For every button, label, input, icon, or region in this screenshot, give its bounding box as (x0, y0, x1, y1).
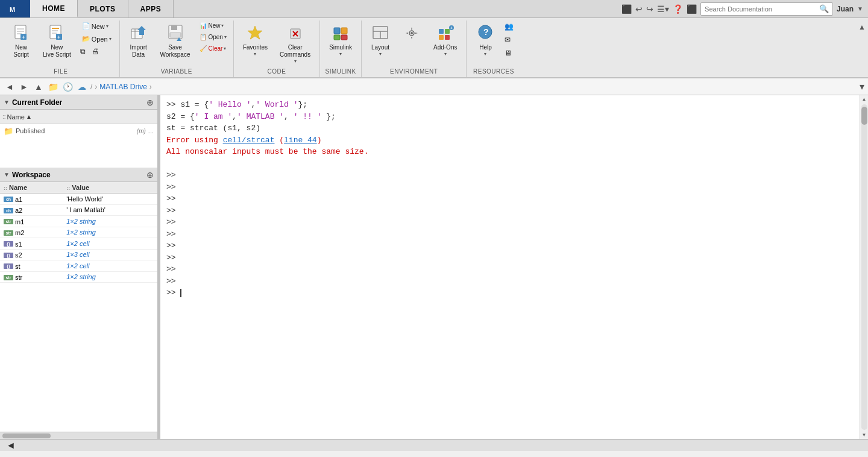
new-dropdown-button[interactable]: 📄 New ▾ (78, 20, 116, 32)
browse-button[interactable]: 📁 (47, 81, 59, 93)
simulink-button[interactable]: Simulink ▾ (324, 20, 357, 60)
workspace-row[interactable]: cha1'Hello World' (0, 194, 157, 205)
save-workspace-label: SaveWorkspace (160, 44, 190, 58)
new-script-icon: + (11, 24, 31, 43)
ws-cell-value: 1×2 string (63, 227, 157, 238)
cmd-prompt-line[interactable]: >> (166, 228, 854, 241)
workspace-row[interactable]: strm21×2 string (0, 227, 157, 238)
left-panel-hscroll[interactable] (0, 432, 157, 439)
ribbon-group-environment: Layout ▾ (362, 20, 467, 77)
import-data-button[interactable]: ImportData (124, 20, 154, 61)
tab-home[interactable]: HOME (30, 0, 78, 17)
cmd-error-line: Error using cell/strcat (line 44) (166, 134, 854, 147)
scroll-track[interactable] (861, 104, 867, 430)
scroll-up-btn[interactable]: ▲ (861, 95, 868, 103)
cmd-content[interactable]: >> s1 = {' Hello ',' World '};s2 = {' I … (160, 95, 860, 439)
error-line-link[interactable]: line 44 (284, 136, 317, 145)
svg-marker-22 (248, 26, 262, 39)
address-bar-dropdown[interactable]: ▾ (860, 81, 864, 92)
new-script-button[interactable]: + NewScript (6, 20, 36, 61)
workspace-row[interactable]: strm11×2 string (0, 216, 157, 227)
cmd-prompt-line[interactable]: >> (166, 193, 854, 205)
back-button[interactable]: ◄ (4, 81, 16, 93)
workspace-settings-icon[interactable]: ⊕ (146, 170, 154, 180)
forward-button[interactable]: ► (18, 81, 30, 93)
user-dropdown-icon[interactable]: ▼ (857, 5, 863, 12)
help-icon[interactable]: ❓ (673, 4, 683, 14)
clear-commands-button[interactable]: ClearCommands ▾ (274, 20, 316, 67)
layout-icon (371, 24, 390, 43)
clear-workspace-button[interactable]: 🧹 Clear ▾ (197, 43, 229, 54)
svg-text:+: + (450, 25, 453, 31)
cmd-prompt-line[interactable]: >> (166, 252, 854, 264)
redo-btn[interactable]: ↪ (646, 4, 653, 14)
workspace-row[interactable]: {}s11×2 cell (0, 238, 157, 250)
ribbon-content: + NewScript + (0, 18, 868, 77)
learn-button[interactable]: 🖥 (502, 47, 517, 59)
favorites-button[interactable]: Favorites ▾ (237, 20, 273, 60)
new-live-script-button[interactable]: + NewLive Script (37, 20, 77, 61)
bottom-left-arrow[interactable]: ◄ (4, 440, 18, 451)
open-variable-icon: 📋 (200, 34, 207, 40)
svg-text:?: ? (483, 27, 489, 37)
folder-item-published[interactable]: 📁 Published (m) ... (0, 124, 157, 137)
add-ons-label: Add-Ons (433, 44, 457, 51)
workspace-row[interactable]: cha2' I am Matlab' (0, 204, 157, 216)
cloud-button[interactable]: ☁ (76, 81, 88, 93)
request-button[interactable]: ✉ (502, 34, 517, 46)
vertical-scrollbar[interactable]: ▲ ▼ (860, 95, 868, 439)
clear-commands-icon (286, 24, 305, 43)
cmd-prompt-line[interactable]: >> (166, 263, 854, 276)
path-matlab-drive[interactable]: MATLAB Drive (99, 83, 146, 91)
scroll-down-btn[interactable]: ▼ (861, 431, 868, 439)
ribbon-collapse-btn[interactable]: ▲ (858, 20, 866, 77)
tab-plots[interactable]: PLOTS (78, 0, 128, 17)
ribbon-group-code: Favorites ▾ ClearCommands ▾ CODE (234, 20, 320, 77)
print-button[interactable]: 🖨 (89, 46, 101, 57)
cmd-prompt-line[interactable]: >> (166, 205, 854, 217)
current-folder-header[interactable]: ▼ Current Folder ⊕ (0, 95, 157, 110)
undo-btn[interactable]: ↩ (635, 4, 643, 14)
cmd-prompt-line[interactable]: >> (166, 169, 854, 181)
help-button[interactable]: ? Help ▾ (470, 20, 500, 60)
add-ons-button[interactable]: + Add-Ons ▾ (428, 20, 462, 60)
folder-suffix-published: (m) (137, 128, 146, 134)
new-dropdown-arrow: ▾ (106, 24, 108, 29)
cmd-prompt-line[interactable]: >> (166, 216, 854, 228)
learn-icon: 🖥 (505, 49, 512, 57)
history-button[interactable]: 🕐 (61, 81, 74, 93)
cmd-prompt-line[interactable]: >> (166, 287, 854, 299)
workspace-row[interactable]: strstr1×2 string (0, 271, 157, 283)
cmd-prompt-line[interactable]: >> (166, 240, 854, 252)
toolbar-icon-2[interactable]: ☰▾ (657, 4, 669, 14)
workspace-row[interactable]: {}st1×2 cell (0, 260, 157, 272)
ws-col-value-hash: :: (66, 185, 70, 191)
toolbar-icon-3[interactable]: ⬛ (687, 4, 697, 14)
folder-more-published[interactable]: ... (148, 127, 154, 134)
tab-apps[interactable]: APPS (128, 0, 174, 17)
workspace-row[interactable]: {}s21×3 cell (0, 249, 157, 260)
cmd-prompt-line[interactable]: >> (166, 276, 854, 288)
preferences-button[interactable] (397, 20, 427, 47)
help-icon-ribbon: ? (476, 24, 495, 43)
clear-workspace-label: Clear (208, 45, 222, 52)
search-documentation-input[interactable] (705, 5, 819, 13)
save-workspace-button[interactable]: SaveWorkspace (155, 20, 196, 61)
cmd-prompt-line[interactable]: >> (166, 181, 854, 194)
cmd-line: st = strcat (s1, s2) (166, 122, 854, 134)
open-dropdown-button[interactable]: 📂 Open ▾ (78, 33, 116, 45)
user-name[interactable]: Juan (837, 5, 854, 13)
community-button[interactable]: 👥 (502, 20, 517, 33)
workspace-header[interactable]: ▼ Workspace ⊕ (0, 168, 157, 182)
error-link[interactable]: cell/strcat (223, 136, 275, 145)
simulink-dropdown-arrow: ▾ (339, 51, 342, 57)
up-button[interactable]: ▲ (33, 81, 45, 93)
compare-button[interactable]: ⧉ (78, 46, 88, 57)
current-folder-settings-icon[interactable]: ⊕ (146, 98, 154, 107)
open-variable-button[interactable]: 📋 Open ▾ (197, 32, 229, 42)
search-documentation-box[interactable]: 🔍 (700, 2, 833, 16)
layout-button[interactable]: Layout ▾ (365, 20, 395, 60)
new-variable-button[interactable]: 📊 New ▾ (197, 20, 229, 31)
cmd-cursor (180, 289, 181, 297)
toolbar-icon-1[interactable]: ⬛ (621, 4, 632, 14)
